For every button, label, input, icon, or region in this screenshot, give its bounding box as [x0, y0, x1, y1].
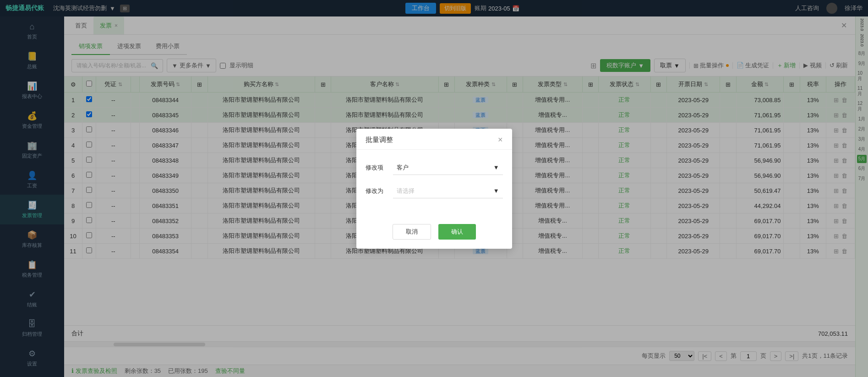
field-dropdown-icon: ▼: [493, 164, 499, 171]
batch-adjust-modal: 批量调整 × 修改项 客户 ▼ 修改为 请选择 ▼ 取消 确认: [356, 129, 512, 249]
modify-field-select[interactable]: 客户 ▼: [393, 161, 503, 175]
cancel-modal-btn[interactable]: 取消: [393, 224, 431, 240]
modal-header: 批量调整 ×: [356, 129, 512, 150]
value-dropdown-icon: ▼: [493, 187, 499, 194]
modal-footer: 取消 确认: [356, 219, 512, 249]
modify-field-label: 修改项: [366, 164, 393, 172]
modify-value-select[interactable]: 请选择 ▼: [393, 184, 503, 198]
modal-close-btn[interactable]: ×: [498, 135, 503, 145]
modify-field-row: 修改项 客户 ▼: [366, 161, 503, 175]
modal-title: 批量调整: [366, 136, 393, 144]
modal-overlay[interactable]: 批量调整 × 修改项 客户 ▼ 修改为 请选择 ▼ 取消 确认: [0, 0, 868, 377]
modify-value-row: 修改为 请选择 ▼: [366, 184, 503, 198]
modal-body: 修改项 客户 ▼ 修改为 请选择 ▼: [356, 150, 512, 219]
modify-value-label: 修改为: [366, 187, 393, 195]
confirm-modal-btn[interactable]: 确认: [438, 224, 476, 240]
